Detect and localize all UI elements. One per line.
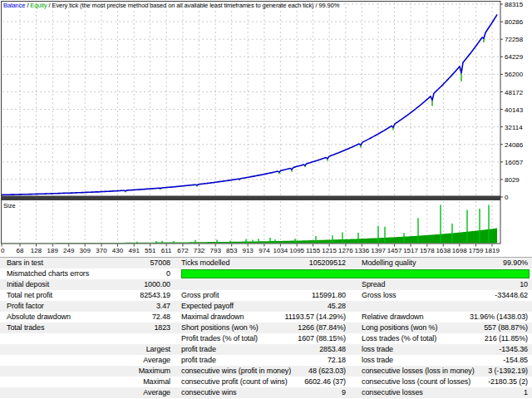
svg-text:672: 672 xyxy=(177,247,189,254)
stat-cell: loss trade-154.85 xyxy=(362,355,528,366)
chart-canvas: 8831580286722586422956200481724014332114… xyxy=(0,0,532,257)
stat-label: profit trade xyxy=(181,344,216,355)
stat-cell: Modelling quality99.90% xyxy=(362,258,528,268)
stat-cell: consecutive loss (count of losses)-2180.… xyxy=(362,377,528,387)
stat-value: 3.47 xyxy=(156,301,170,312)
stat-cell xyxy=(7,333,170,344)
stat-label: Gross profit xyxy=(181,290,219,301)
stat-value: 1823 xyxy=(154,323,170,333)
stat-value: -2180.35 (2) xyxy=(488,377,528,387)
modelling-quality-bar xyxy=(181,269,530,278)
stat-label: Long positions (won %) xyxy=(362,323,437,333)
stat-label: consecutive wins xyxy=(181,387,236,398)
balance-legend-label: Balance xyxy=(3,2,25,9)
stat-cell: Mismatched charts errors0 xyxy=(7,268,170,279)
stat-value: Average xyxy=(143,355,170,366)
stat-label: Total trades xyxy=(7,323,44,333)
svg-text:72258: 72258 xyxy=(505,36,524,43)
stat-cell: Maximum xyxy=(7,366,170,377)
stat-value: 31.96% (1438.03) xyxy=(470,312,528,323)
stat-cell: profit trade72.18 xyxy=(181,355,346,366)
table-row: Mismatched charts errors0 xyxy=(0,268,532,279)
svg-text:1095: 1095 xyxy=(289,247,304,254)
svg-text:491: 491 xyxy=(129,247,140,254)
stat-label: loss trade xyxy=(362,355,393,366)
stat-label: Relative drawdown xyxy=(362,312,423,323)
svg-text:68: 68 xyxy=(17,247,24,254)
svg-text:1215: 1215 xyxy=(322,247,337,254)
stat-label: Maximal drawdown xyxy=(181,312,244,323)
svg-text:1819: 1819 xyxy=(485,247,500,254)
stat-cell: Largest xyxy=(7,344,170,355)
svg-text:1698: 1698 xyxy=(452,247,467,254)
table-row: Maximumconsecutive wins (profit in money… xyxy=(0,366,532,377)
svg-text:80286: 80286 xyxy=(505,18,524,26)
zero-line-separator xyxy=(1,196,501,200)
stat-label: consecutive wins (profit in money) xyxy=(181,366,291,377)
stat-value: 9 xyxy=(342,387,346,398)
stat-cell: profit trade2853.48 xyxy=(181,344,346,355)
stat-cell: Loss trades (% of total)216 (11.85%) xyxy=(362,333,528,344)
stat-value: 2853.48 xyxy=(319,344,346,355)
table-row: Largestprofit trade2853.48loss trade-134… xyxy=(0,344,532,355)
table-row: Absolute drawdown72.48Maximal drawdown11… xyxy=(0,312,532,323)
modelling-quality-percent: 99.90% xyxy=(318,2,339,9)
table-row: Profit trades (% of total)1607 (88.15%)L… xyxy=(0,333,532,344)
stat-value: 72.18 xyxy=(328,355,346,366)
table-row: Total trades1823Short positions (won %)1… xyxy=(0,323,532,333)
stat-label: consecutive losses xyxy=(362,387,423,398)
stat-label: Mismatched charts errors xyxy=(7,268,89,279)
table-row: Averageprofit trade72.18loss trade-154.8… xyxy=(0,355,532,366)
svg-text:611: 611 xyxy=(161,247,172,254)
stat-label: consecutive profit (count of wins) xyxy=(181,377,288,387)
stat-label: Absolute drawdown xyxy=(7,312,71,323)
svg-text:128: 128 xyxy=(31,247,42,254)
stat-cell: Profit trades (% of total)1607 (88.15%) xyxy=(181,333,346,344)
svg-text:64229: 64229 xyxy=(505,53,524,61)
stat-value: 72.48 xyxy=(152,312,170,323)
stat-label: Total net profit xyxy=(7,290,52,301)
stat-value: 57008 xyxy=(150,258,170,268)
stat-value: Maximal xyxy=(143,377,170,387)
svg-text:1397: 1397 xyxy=(371,247,386,254)
stat-cell: Initial deposit1000.00 xyxy=(7,279,170,290)
svg-text:551: 551 xyxy=(145,247,156,254)
svg-text:1517: 1517 xyxy=(403,247,418,254)
stat-value: 10 xyxy=(520,279,528,290)
svg-text:370: 370 xyxy=(96,247,107,254)
stat-value: 45.28 xyxy=(328,301,346,312)
stat-cell: Expected payoff45.28 xyxy=(181,301,346,312)
svg-text:1155: 1155 xyxy=(306,247,321,254)
balance-equity-chart: 8831580286722586422956200481724014332114… xyxy=(0,0,532,257)
svg-text:88315: 88315 xyxy=(505,1,524,8)
stat-cell: Maximal xyxy=(7,377,170,387)
stat-label: consecutive loss (count of losses) xyxy=(362,377,470,387)
stat-cell: Profit factor3.47 xyxy=(7,301,170,312)
stat-label: Short positions (won %) xyxy=(181,323,259,333)
stat-value: 105209512 xyxy=(309,258,346,268)
svg-text:1638: 1638 xyxy=(436,247,451,254)
svg-text:32114: 32114 xyxy=(505,124,523,131)
stat-cell: Gross profit115991.80 xyxy=(181,290,346,301)
stat-cell: Total trades1823 xyxy=(7,323,170,333)
stat-cell: Ticks modelled105209512 xyxy=(181,258,346,268)
stat-label: Spread xyxy=(362,279,385,290)
svg-text:913: 913 xyxy=(242,247,254,254)
stat-label: loss trade xyxy=(362,344,393,355)
table-row: Bars in test57008Ticks modelled105209512… xyxy=(0,258,532,268)
stat-value: 6602.46 (37) xyxy=(304,377,346,387)
stat-value: Maximum xyxy=(139,366,170,377)
stat-value: 3 (-1392.19) xyxy=(488,366,528,377)
svg-text:1457: 1457 xyxy=(387,247,402,254)
stat-label: Profit trades (% of total) xyxy=(181,333,258,344)
stat-cell: Short positions (won %)1266 (87.84%) xyxy=(181,323,346,333)
stat-label: Modelling quality xyxy=(362,258,416,268)
stat-value: -1345.36 xyxy=(499,344,528,355)
svg-text:732: 732 xyxy=(194,247,205,254)
svg-text:974: 974 xyxy=(259,247,270,254)
stat-value: -154.85 xyxy=(503,355,528,366)
svg-text:8029: 8029 xyxy=(505,176,520,184)
stat-value: 99.90% xyxy=(503,258,528,268)
svg-text:0: 0 xyxy=(1,247,5,254)
svg-text:1759: 1759 xyxy=(469,247,484,254)
